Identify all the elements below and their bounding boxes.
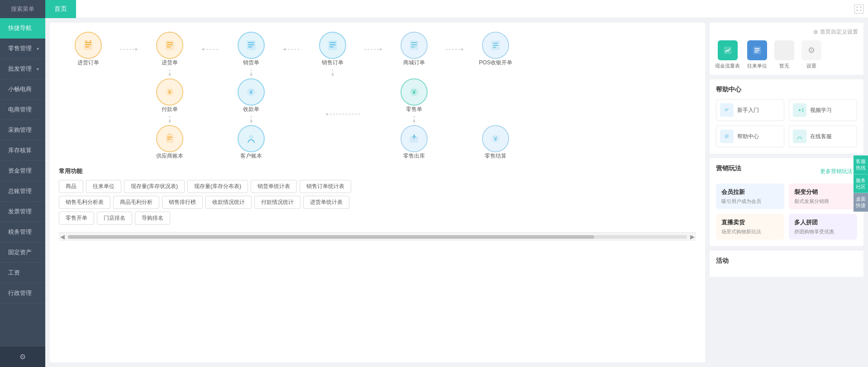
func-btn-units[interactable]: 往来单位 <box>86 180 121 193</box>
svg-marker-8 <box>283 48 286 51</box>
func-btn-store-rank[interactable]: 门店排名 <box>97 212 132 225</box>
search-menu-button[interactable]: 搜索菜单 <box>0 0 45 18</box>
func-btn-guide-rank[interactable]: 导购排名 <box>135 212 170 225</box>
node-purchase-order[interactable]: 进货订单 <box>59 32 118 67</box>
sidebar-item-salary[interactable]: 工资 <box>0 263 45 283</box>
common-functions-title: 常用功能 <box>59 167 696 175</box>
arrow-down-receipt <box>222 115 281 123</box>
node-purchase-bill[interactable]: 进货单 <box>140 32 199 67</box>
arrow-h5 <box>444 47 466 52</box>
sidebar-item-label: 电商管理 <box>8 106 32 114</box>
homepage-customize-setting[interactable]: ⚙ 首页自定义设置 <box>813 28 858 36</box>
func-buttons-row2: 销售毛利分析表 商品毛利分析 销售排行榜 收款情况统计 付款情况统计 进货单统计… <box>59 196 696 209</box>
video-icon <box>793 103 806 117</box>
node-mall-order[interactable]: 商城订单 <box>385 32 444 67</box>
scroll-right-arrow[interactable]: ▶ <box>689 232 696 241</box>
node-sales-order-icon <box>319 32 346 59</box>
func-btn-sales-stat[interactable]: 销货单统计表 <box>251 180 297 193</box>
func-btn-retail-order[interactable]: 零售开单 <box>59 212 94 225</box>
scroll-left-arrow[interactable]: ◀ <box>59 232 66 241</box>
sidebar-item-assets[interactable]: 固定资产 <box>0 242 45 263</box>
sidebar-item-quick-nav[interactable]: 快捷导航 <box>0 18 45 39</box>
sidebar-item-wholesale[interactable]: 批发管理 ▾ <box>0 59 45 79</box>
func-btn-goods[interactable]: 商品 <box>59 180 83 193</box>
sidebar-item-invoice[interactable]: 发票管理 <box>0 202 45 222</box>
func-btn-stock2[interactable]: 现存量(库存分布表) <box>187 180 248 193</box>
node-sales-order[interactable]: 销售订单 <box>303 32 362 67</box>
node-supplier-account[interactable]: 供应商账本 <box>140 125 199 160</box>
func-btn-salesorder-stat[interactable]: 销售订单统计表 <box>300 180 351 193</box>
node-sales-bill[interactable]: 销货单 <box>222 32 281 67</box>
gear-icon: ⚙ <box>808 45 815 55</box>
node-customer-account[interactable]: 客户账本 <box>222 125 281 160</box>
func-btn-payment-stat[interactable]: 付款情况统计 <box>254 196 300 209</box>
help-beginner-label: 新手入门 <box>737 106 759 114</box>
func-btn-stock1[interactable]: 现存量(库存状况表) <box>124 180 185 193</box>
marketing-item-group[interactable]: 多人拼团 拼团购物享受优惠 <box>789 214 857 240</box>
sidebar-item-label: 批发管理 <box>8 65 32 73</box>
arrow-down-sales <box>222 68 281 77</box>
help-video-label: 视频学习 <box>810 106 832 114</box>
node-payment[interactable]: ¥ 付款单 <box>140 78 199 113</box>
func-btn-receipt-stat[interactable]: 收款情况统计 <box>205 196 252 209</box>
help-item-service[interactable]: 在线客服 <box>789 126 857 147</box>
sidebar-settings-button[interactable]: ⚙ <box>0 347 45 367</box>
node-customer-account-icon <box>238 125 265 152</box>
sidebar-item-ecommerce-small[interactable]: 小畅电商 <box>0 79 45 100</box>
more-marketing-link[interactable]: 更多营销玩法 > <box>820 168 857 175</box>
sidebar-item-label: 税务管理 <box>8 228 32 236</box>
qa-item-units[interactable]: 往来单位 <box>747 40 767 69</box>
quick-access-panel: ⚙ 首页自定义设置 现金流量表 往来单位 <box>710 23 863 75</box>
svg-text:¥: ¥ <box>412 88 416 96</box>
sidebar-item-admin[interactable]: 行政管理 <box>0 283 45 304</box>
svg-rect-12 <box>410 41 419 50</box>
func-btn-profit1[interactable]: 销售毛利分析表 <box>59 196 110 209</box>
marketing-item-fission[interactable]: 裂变分销 裂式发展分销商 <box>789 184 857 209</box>
node-retail-out[interactable]: 零售出库 <box>385 125 444 160</box>
func-btn-profit2[interactable]: 商品毛利分析 <box>113 196 159 209</box>
node-customer-account-label: 客户账本 <box>240 152 262 160</box>
svg-marker-27 <box>326 113 328 116</box>
marketing-item-member[interactable]: 会员拉新 吸引用户成为会员 <box>716 184 784 209</box>
side-btn-service[interactable]: 客服热线 <box>854 155 868 174</box>
func-btn-ranking[interactable]: 销售排行榜 <box>162 196 203 209</box>
node-pos-icon <box>482 32 509 59</box>
sidebar-item-retail[interactable]: 零售管理 ▾ <box>0 39 45 59</box>
cashflow-icon <box>718 40 738 60</box>
help-item-beginner[interactable]: 新手入门 <box>716 99 784 121</box>
svg-rect-9 <box>329 41 337 50</box>
tab-home-label: 首页 <box>54 5 67 13</box>
node-retail-order[interactable]: ¥ 零售单 <box>385 78 444 113</box>
settings-icon: ⚙ <box>19 353 26 361</box>
node-receipt[interactable]: ¥ 收款单 <box>222 78 281 113</box>
tab-home[interactable]: 首页 <box>45 0 76 18</box>
svg-marker-17 <box>168 74 171 77</box>
marketing-item-live[interactable]: 直播卖货 场景式购物新玩法 <box>716 214 784 240</box>
node-retail-settle[interactable]: ¥ 零售结算 <box>466 125 525 160</box>
sidebar-item-purchase[interactable]: 采购管理 <box>0 120 45 140</box>
activity-panel: 活动 <box>710 251 863 277</box>
qa-item-none[interactable]: 暂无 <box>774 40 794 69</box>
sidebar-item-inventory[interactable]: 库存核算 <box>0 140 45 161</box>
side-btn-desktop[interactable]: 桌面快捷 <box>854 193 868 212</box>
units-icon <box>747 40 767 60</box>
node-pos[interactable]: POS收银开单 <box>466 32 525 67</box>
side-btn-community[interactable]: 服务社区 <box>854 174 868 193</box>
sidebar-item-finance[interactable]: 资金管理 <box>0 161 45 181</box>
qa-item-cashflow[interactable]: 现金流量表 <box>715 40 740 69</box>
help-item-video[interactable]: 视频学习 <box>789 99 857 121</box>
marketing-live-sub: 场景式购物新玩法 <box>721 228 779 235</box>
node-retail-settle-label: 零售结算 <box>485 152 506 160</box>
sidebar-item-ledger[interactable]: 总账管理 <box>0 181 45 202</box>
sidebar-item-ecommerce[interactable]: 电商管理 <box>0 100 45 120</box>
sidebar-item-tax[interactable]: 税务管理 <box>0 222 45 242</box>
scroll-track[interactable] <box>68 235 687 239</box>
help-item-center[interactable]: 帮助中心 <box>716 126 784 147</box>
sidebar: 快捷导航 零售管理 ▾ 批发管理 ▾ 小畅电商 电商管理 采购管理 库存核算 资… <box>0 18 45 367</box>
func-btn-purchase-stat[interactable]: 进货单统计表 <box>303 196 349 209</box>
node-receipt-label: 收款单 <box>243 106 259 113</box>
horizontal-scrollbar[interactable]: ◀ ▶ <box>59 232 696 241</box>
workflow-panel: 进货订单 进货单 <box>50 23 705 362</box>
qa-item-settings[interactable]: ⚙ 设置 <box>801 40 821 69</box>
fullscreen-button[interactable]: ⛶ <box>854 5 863 14</box>
